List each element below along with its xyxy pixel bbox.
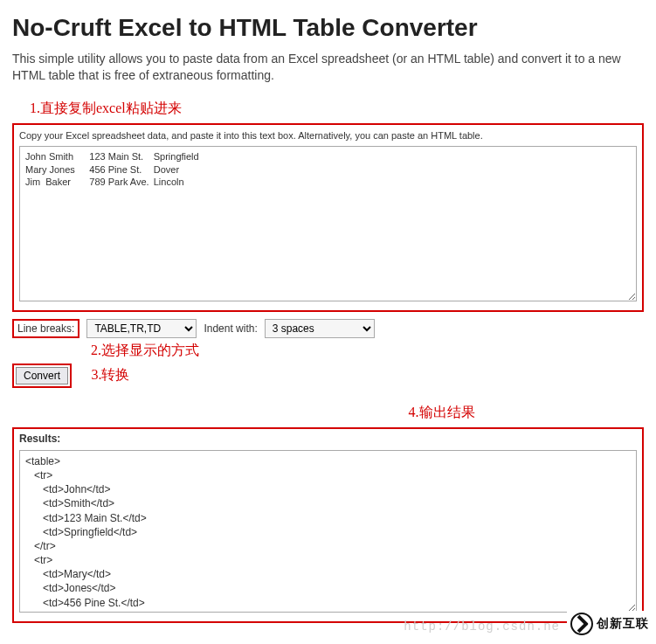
convert-button[interactable]: Convert xyxy=(16,367,68,384)
annotation-4: 4.输出结果 xyxy=(239,404,644,422)
intro-text: This simple utility allows you to paste … xyxy=(12,51,644,84)
annotation-2: 2.选择显示的方式 xyxy=(91,342,644,360)
results-section: Results: xyxy=(12,427,644,623)
annotation-3: 3.转换 xyxy=(91,366,129,384)
excel-input-textarea[interactable] xyxy=(19,146,637,301)
brand-logo-icon xyxy=(570,613,593,635)
brand-badge: 创新互联 xyxy=(567,611,653,637)
line-breaks-label: Line breaks: xyxy=(12,319,79,338)
indent-select[interactable]: 3 spaces xyxy=(265,319,375,338)
results-output-textarea[interactable] xyxy=(19,450,637,613)
convert-wrap: Convert xyxy=(12,364,72,388)
brand-text: 创新互联 xyxy=(597,616,649,632)
annotation-1: 1.直接复制excel粘贴进来 xyxy=(30,100,644,118)
options-row: Line breaks: TABLE,TR,TD Indent with: 3 … xyxy=(12,319,644,338)
line-breaks-select[interactable]: TABLE,TR,TD xyxy=(86,319,197,338)
input-instruction: Copy your Excel spreadsheet data, and pa… xyxy=(19,130,637,141)
page-title: No-Cruft Excel to HTML Table Converter xyxy=(12,14,644,42)
indent-label: Indent with: xyxy=(204,322,257,335)
input-section: Copy your Excel spreadsheet data, and pa… xyxy=(12,123,644,312)
results-label: Results: xyxy=(19,433,637,445)
